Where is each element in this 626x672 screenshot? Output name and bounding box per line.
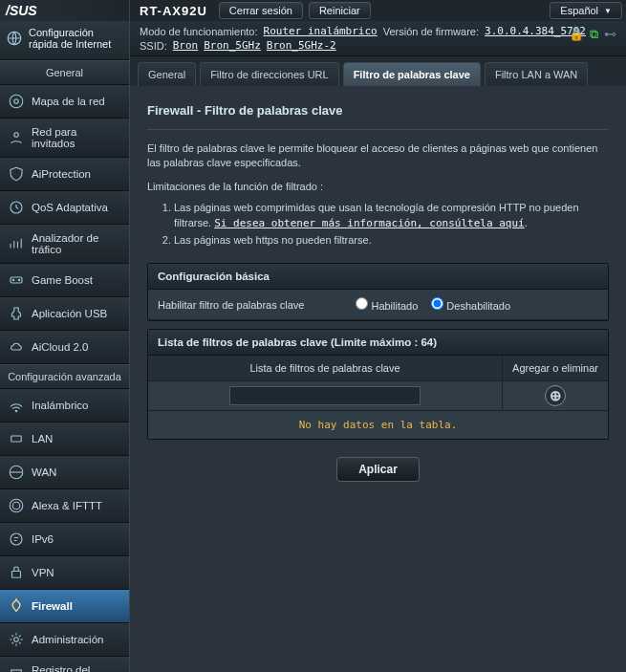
- sidebar-item-label: Game Boost: [32, 274, 93, 286]
- sidebar-item-red-para-invitados[interactable]: Red para invitados: [0, 119, 129, 158]
- svg-rect-14: [12, 572, 21, 578]
- network-map-icon: [8, 93, 25, 110]
- enable-row: Habilitar filtro de palabras clave Habil…: [148, 290, 608, 320]
- sidebar-item-qos-adaptativa[interactable]: QoS Adaptativa: [0, 191, 129, 225]
- language-select[interactable]: Español ▼: [550, 2, 622, 19]
- main: RT-AX92U Cerrar sesión Reiniciar Español…: [130, 0, 626, 672]
- sidebar-item-label: Red para invitados: [32, 126, 121, 149]
- sidebar-item-alexa-ifttt[interactable]: Alexa & IFTTT: [0, 489, 129, 523]
- sidebar-item-inalámbrico[interactable]: Inalámbrico: [0, 389, 129, 423]
- content: Firewall - Filtro de palabras clave El f…: [130, 86, 626, 672]
- sidebar-item-aicloud-2.0[interactable]: AiCloud 2.0: [0, 331, 129, 364]
- flame-icon: [8, 597, 25, 615]
- alexa-icon: [8, 497, 25, 514]
- sidebar-item-firewall[interactable]: Firewall: [0, 590, 129, 623]
- list-panel: Lista de filtros de palabras clave (Limi…: [147, 329, 609, 440]
- sidebar-item-label: Analizador de tráfico: [32, 232, 121, 255]
- sidebar-item-label: Alexa & IFTTT: [32, 500, 102, 511]
- sidebar: /SUS Configuración rápida de Internet Ge…: [0, 0, 130, 672]
- radio-disabled[interactable]: Deshabilitado: [431, 297, 510, 312]
- mode-label: Modo de funcionamiento:: [140, 26, 258, 37]
- ipv6-icon: [8, 531, 25, 548]
- tabs: GeneralFiltro de direcciones URLFiltro d…: [130, 56, 626, 86]
- wifi-icon: [8, 397, 25, 414]
- tab-filtro-lan-a-wan[interactable]: Filtro LAN a WAN: [485, 62, 588, 86]
- gear-icon: [8, 631, 25, 648]
- ssid-1[interactable]: Bron: [173, 39, 199, 52]
- svg-point-3: [14, 133, 19, 138]
- sidebar-item-lan[interactable]: LAN: [0, 423, 129, 456]
- lan-icon: [8, 430, 25, 447]
- sidebar-item-registro-del-sistema[interactable]: Registro del sistema: [0, 657, 129, 672]
- col-keyword: Lista de filtros de palabras clave: [148, 356, 503, 380]
- general-header: General: [0, 60, 129, 85]
- usb-icon: [8, 305, 25, 322]
- sidebar-item-label: VPN: [32, 567, 54, 578]
- keyword-input[interactable]: [229, 386, 421, 405]
- svg-point-2: [14, 99, 19, 104]
- sidebar-item-label: QoS Adaptativa: [32, 202, 108, 213]
- cloud-icon: [8, 338, 25, 356]
- gamepad-icon: [8, 271, 25, 289]
- tab-filtro-de-palabras-clave[interactable]: Filtro de palabras clave: [343, 62, 481, 86]
- lock-icon: [8, 564, 25, 581]
- sidebar-item-administración[interactable]: Administración: [0, 623, 129, 657]
- page-title: Firewall - Filtro de palabras clave: [147, 99, 609, 130]
- sidebar-item-aplicación-usb[interactable]: Aplicación USB: [0, 297, 129, 331]
- lock-icon: 🔒: [569, 27, 584, 42]
- aimesh-icon: ⧉: [590, 27, 598, 42]
- list-header: Lista de filtros de palabras clave (Limi…: [148, 330, 608, 356]
- sidebar-item-wan[interactable]: WAN: [0, 456, 129, 489]
- brand-logo: /SUS: [0, 0, 129, 21]
- radio-disabled-input[interactable]: [431, 297, 443, 310]
- sidebar-item-label: Registro del sistema: [32, 664, 121, 672]
- menu-general: Mapa de la redRed para invitadosAiProtec…: [0, 85, 129, 364]
- fw-label: Versión de firmware:: [383, 26, 479, 37]
- tab-general[interactable]: General: [138, 62, 196, 86]
- logout-button[interactable]: Cerrar sesión: [219, 2, 303, 19]
- ssid-label: SSID:: [140, 40, 167, 52]
- enable-label: Habilitar filtro de palabras clave: [158, 299, 356, 311]
- svg-point-6: [12, 279, 14, 281]
- log-icon: [8, 667, 25, 672]
- sidebar-item-label: AiProtection: [32, 168, 91, 180]
- sidebar-item-vpn[interactable]: VPN: [0, 556, 129, 590]
- table-input-row: ⊕: [148, 381, 608, 411]
- sidebar-item-aiprotection[interactable]: AiProtection: [0, 158, 129, 191]
- radio-enabled-input[interactable]: [356, 297, 368, 310]
- radio-enabled[interactable]: Habilitado: [356, 297, 418, 312]
- no-data-msg: No hay datos en la tabla.: [148, 411, 608, 439]
- tab-filtro-de-direcciones-url[interactable]: Filtro de direcciones URL: [200, 62, 339, 86]
- menu-advanced: InalámbricoLANWANAlexa & IFTTTIPv6VPNFir…: [0, 389, 129, 672]
- svg-point-13: [11, 533, 22, 545]
- svg-point-7: [18, 279, 20, 281]
- svg-point-12: [10, 499, 23, 512]
- sidebar-item-label: Administración: [32, 634, 103, 645]
- limitation-1: Las páginas web comprimidas que usan la …: [174, 200, 609, 232]
- sidebar-item-game-boost[interactable]: Game Boost: [0, 264, 129, 297]
- svg-point-15: [14, 638, 19, 642]
- sidebar-item-ipv6[interactable]: IPv6: [0, 523, 129, 556]
- topbar: RT-AX92U Cerrar sesión Reiniciar Español…: [130, 0, 626, 21]
- mode-value[interactable]: Router inalámbrico: [264, 25, 378, 37]
- ssid-3[interactable]: Bron_5GHz-2: [267, 39, 336, 52]
- quick-internet-setup[interactable]: Configuración rápida de Internet: [0, 21, 129, 60]
- svg-point-8: [15, 410, 17, 412]
- language-label: Español: [560, 5, 598, 16]
- sidebar-item-mapa-de-la-red[interactable]: Mapa de la red: [0, 85, 129, 119]
- reboot-button[interactable]: Reiniciar: [309, 2, 371, 19]
- apply-button[interactable]: Aplicar: [336, 457, 420, 482]
- chevron-down-icon: ▼: [604, 7, 612, 15]
- guest-network-icon: [8, 129, 25, 146]
- usb-icon: ⊷: [604, 27, 616, 42]
- sidebar-item-analizador-de-tráfico[interactable]: Analizador de tráfico: [0, 225, 129, 264]
- ssid-2[interactable]: Bron_5GHz: [204, 39, 261, 52]
- advanced-header: Configuración avanzada: [0, 364, 129, 389]
- sidebar-item-label: LAN: [32, 433, 53, 444]
- sidebar-item-label: Mapa de la red: [32, 96, 105, 107]
- add-button[interactable]: ⊕: [545, 385, 566, 406]
- more-info-link[interactable]: Si desea obtener más información, consúl…: [214, 217, 525, 229]
- sidebar-item-label: Aplicación USB: [32, 308, 107, 319]
- sidebar-item-label: IPv6: [32, 533, 54, 545]
- svg-point-11: [12, 502, 20, 509]
